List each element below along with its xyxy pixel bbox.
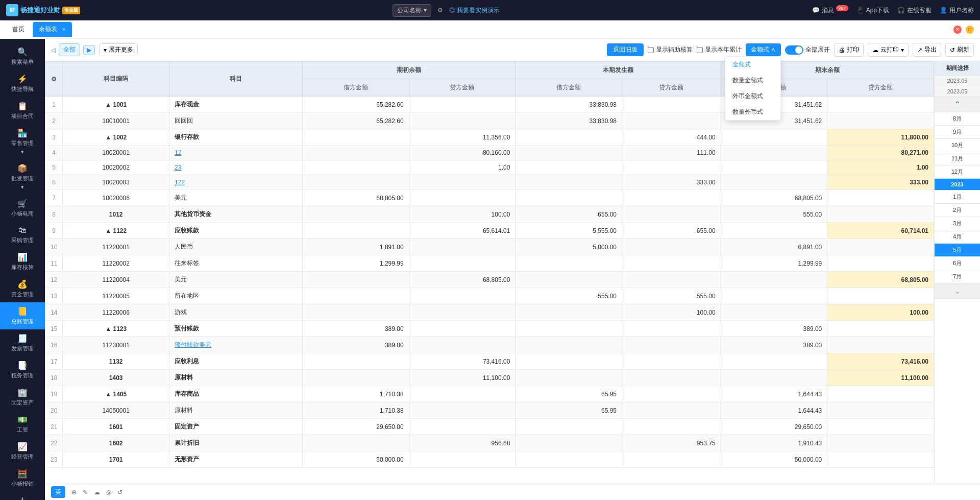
sidebar-item-assets[interactable]: 🏢 固定资产 [0,384,45,411]
period-6[interactable]: 6月 [935,257,980,270]
sidebar-item-purchase[interactable]: 🛍 采购管理 [0,222,45,248]
format-option-qty-amount[interactable]: 数量金额式 [725,73,780,88]
win-close-btn[interactable]: ✕ [953,26,962,34]
format-btn[interactable]: 金额式 ∧ [746,43,781,56]
tab-balance[interactable]: 余额表 ✕ [33,22,72,37]
sidebar-item-retail[interactable]: 🏪 零售管理 ▾ [0,124,45,159]
format-option-qty-foreign[interactable]: 数量外币式 [725,104,780,120]
print-btn[interactable]: 🖨 打印 [834,43,864,57]
table-row-cell [622,160,721,175]
filter-tag[interactable]: 全部 [59,43,80,56]
expand-more-btn[interactable]: ▾ 展开更多 [99,43,138,56]
chevron-down-icon3: ▾ [901,46,904,54]
format-dropdown-wrapper: 金额式 ∧ 金额式 数量金额式 外币金额式 数量外币式 [746,43,781,56]
message-btn[interactable]: 💬 消息 99+ [812,6,848,15]
circle-btn[interactable]: ◎ [106,489,111,496]
annual-checkbox[interactable] [697,47,703,53]
table-row-cell: 11,100.00 [827,370,934,386]
download-btn[interactable]: 📱 App下载 [856,6,889,15]
settings-icon[interactable]: ⚙ [437,7,443,14]
table-row-code: 10010001 [63,113,169,129]
table-row-cell [409,190,516,206]
show-annual-check[interactable]: 显示本年累计 [697,45,742,54]
sidebar-item-management[interactable]: 📈 经营管理 [0,438,45,465]
period-10[interactable]: 10月 [935,139,980,152]
period-nav-up[interactable]: ⌃ [935,97,980,112]
message-badge: 99+ [836,5,848,11]
table-row-no: 18 [45,370,63,386]
cloud-btn[interactable]: ☁ [94,489,100,496]
lang-btn[interactable]: 英 [51,486,65,498]
auxiliary-checkbox[interactable] [648,47,654,53]
expand-all-toggle[interactable]: 全部展开 [785,45,830,55]
demo-link[interactable]: ◎ 我要看实例演示 [449,6,500,15]
tab-home[interactable]: 首页 [6,22,31,37]
format-option-foreign-amount[interactable]: 外币金额式 [725,88,780,104]
show-auxiliary-check[interactable]: 显示辅助核算 [648,45,693,54]
service-btn[interactable]: 🎧 在线客服 [897,6,932,15]
table-row-cell [409,239,516,255]
period-5[interactable]: 5月 [935,244,980,257]
cloud-print-btn[interactable]: ☁ 云打印 ▾ [868,43,909,57]
sidebar-assets-label: 固定资产 [11,399,34,407]
all-left-arrow-icon: ◁ [51,46,56,54]
table-row-cell [721,223,827,239]
sidebar-invoice-label: 发票管理 [11,345,34,352]
period-3[interactable]: 3月 [935,217,980,230]
table-row-cell: 33,830.98 [516,97,622,113]
sidebar-item-ecommerce[interactable]: 🛒 小畅电商 [0,195,45,222]
tab-close-icon[interactable]: ✕ [62,27,66,32]
sidebar-item-quicknav[interactable]: ⚡ 快捷导航 [0,70,45,97]
filter-right-arrow-icon[interactable]: ▶ [83,45,95,55]
table-row-cell [721,272,827,288]
period-12[interactable]: 12月 [935,165,980,179]
expand-all-label: 全部展开 [805,45,830,54]
table-row-cell [827,419,934,435]
period-nav-down[interactable]: ⌄ [935,283,980,299]
table-row-cell [622,386,721,402]
period-4[interactable]: 4月 [935,230,980,244]
user-btn[interactable]: 👤 用户名称 [940,6,974,15]
table-row-cell [409,386,516,402]
table-row-subject[interactable]: 预付账款美元 [169,337,303,353]
table-row-subject[interactable]: 12 [169,146,303,160]
period-8[interactable]: 8月 [935,112,980,126]
toolbar: ◁ 全部 ▶ ▾ 展开更多 退回旧版 显示辅助核算 显示本年累计 [45,39,980,61]
table-row-no: 13 [45,288,63,304]
table-row-subject[interactable]: 122 [169,175,303,190]
export-btn[interactable]: ↗ 导出 [913,43,941,57]
period-2[interactable]: 2月 [935,204,980,217]
table-row-cell: 60,714.01 [827,223,934,239]
settings-header[interactable]: ⚙ [45,62,63,97]
period-9[interactable]: 9月 [935,126,980,139]
sidebar-item-search[interactable]: 🔍 搜索菜单 [0,43,45,70]
sidebar-item-basic[interactable]: ℹ 基础信息 [0,492,45,500]
win-maximize-btn[interactable]: □ [966,26,974,34]
sidebar-item-wholesale[interactable]: 📦 批发管理 ▾ [0,159,45,195]
sidebar-item-salary[interactable]: 💵 工资 [0,411,45,438]
refresh-icon: ↺ [950,46,955,54]
refresh-btn[interactable]: ↺ 刷新 [945,43,974,57]
table-row-code: 10020001 [63,146,169,160]
sidebar-item-inventory[interactable]: 📊 库存核算 [0,248,45,275]
sidebar-item-invoice[interactable]: 🧾 发票管理 [0,329,45,356]
add-btn[interactable]: ⊕ [71,489,77,496]
sidebar-item-project[interactable]: 📋 项目合同 [0,97,45,124]
period-7[interactable]: 7月 [935,270,980,283]
period-11[interactable]: 11月 [935,152,980,165]
toggle-switch-btn[interactable] [785,45,803,55]
sidebar-item-capital[interactable]: 💰 资金管理 [0,275,45,302]
sidebar-item-ledger[interactable]: 📒 总账管理 [0,302,45,329]
table-row-subject[interactable]: 23 [169,160,303,175]
format-option-amount[interactable]: 金额式 [725,57,780,73]
back-old-btn[interactable]: 退回旧版 [607,43,644,56]
period-1[interactable]: 1月 [935,191,980,204]
table-row-subject: 原材料 [169,370,303,386]
sidebar-item-tax[interactable]: 📑 税务管理 [0,356,45,384]
table-container[interactable]: ⚙ 科目编码 科目 期初余额 本期发生额 期末余额 借方金额 贷方金额 借方金额… [45,61,934,484]
balance-table: ⚙ 科目编码 科目 期初余额 本期发生额 期末余额 借方金额 贷方金额 借方金额… [45,61,934,468]
company-select[interactable]: 公司名称 ▾ [393,4,431,17]
edit-btn[interactable]: ✎ [83,489,88,496]
sidebar-item-expense[interactable]: 🧮 小畅报销 [0,465,45,492]
undo-btn[interactable]: ↺ [117,489,122,496]
